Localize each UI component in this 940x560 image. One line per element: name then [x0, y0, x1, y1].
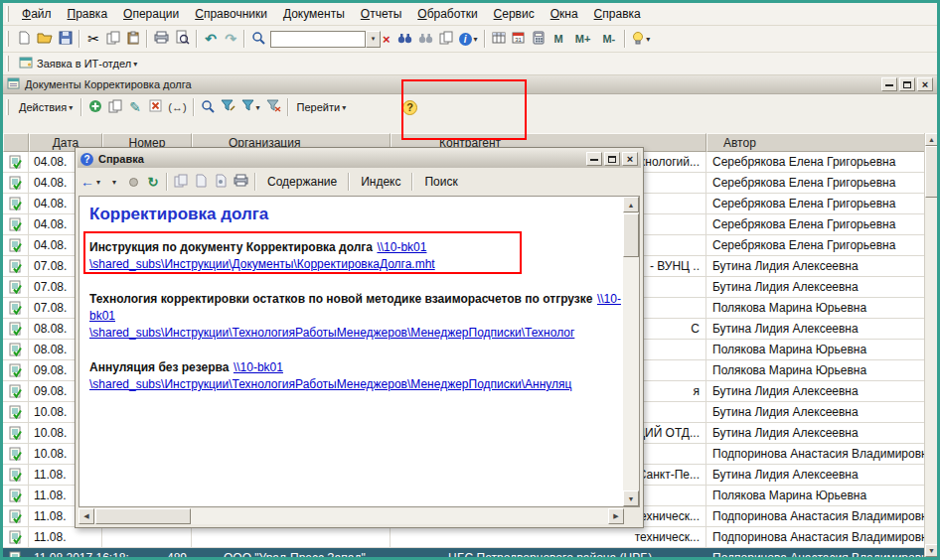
close-button[interactable]: × — [622, 152, 638, 166]
scroll-left-icon[interactable]: ◀ — [78, 508, 94, 524]
filter-by-value-button[interactable]: ▾ — [238, 97, 263, 118]
open-button[interactable] — [34, 29, 56, 50]
scroll-thumb[interactable] — [95, 508, 191, 524]
contents-button[interactable]: Содержание — [259, 173, 345, 191]
help-entry-path-link[interactable]: \shared_subs\Инструкции\Документы\Коррек… — [89, 257, 435, 272]
filter-settings-button[interactable] — [218, 97, 238, 118]
options-button[interactable] — [211, 172, 231, 193]
stop-button[interactable] — [123, 172, 143, 193]
help-entry-path-link[interactable]: \shared_subs\Инструкции\ТехнологияРаботы… — [89, 377, 571, 392]
help-horizontal-scrollbar[interactable]: ◀ ▶ — [78, 508, 624, 524]
minimize-button[interactable] — [586, 152, 602, 166]
clear-search-button[interactable]: × — [383, 32, 391, 47]
copy-page-button[interactable] — [171, 172, 191, 193]
paste-button[interactable] — [123, 29, 143, 50]
save-page-button[interactable] — [191, 172, 211, 193]
print-page-button[interactable] — [231, 172, 251, 193]
clear-filter-button[interactable] — [263, 97, 284, 118]
table-row[interactable]: 11.08.2017 16:18: 489 ООО "Урал-Пресс За… — [3, 548, 937, 557]
find-next-button[interactable] — [415, 29, 436, 50]
print-preview-button[interactable] — [172, 29, 193, 50]
menu-item[interactable]: Справочники — [187, 4, 275, 24]
toolbar-grip[interactable] — [6, 6, 9, 22]
add-button[interactable] — [85, 97, 105, 118]
undo-button[interactable]: ↶ — [201, 29, 221, 50]
paste-icon — [126, 31, 140, 48]
header-status[interactable] — [3, 133, 29, 152]
table-row[interactable]: 11.08. техническ... Подпоринова Анастаси… — [3, 527, 937, 548]
memory-recall-button[interactable]: М — [548, 29, 569, 50]
memory-plus-button[interactable]: М+ — [569, 29, 597, 50]
scroll-thumb[interactable] — [925, 146, 937, 198]
back-button[interactable]: ←▾ — [78, 172, 103, 193]
chevron-down-icon: ▾ — [342, 103, 346, 112]
calendar-button[interactable]: 31 — [509, 29, 529, 50]
search-in-list-button[interactable] — [198, 97, 218, 118]
table-tool-button[interactable] — [489, 29, 509, 50]
menu-item[interactable]: Обработки — [409, 4, 485, 24]
menu-item[interactable]: Правка — [60, 4, 116, 24]
new-button[interactable] — [14, 29, 34, 50]
find-button[interactable] — [248, 29, 268, 50]
scroll-thumb[interactable] — [623, 213, 639, 257]
table-scrollbar[interactable]: ▲ ▼ — [924, 133, 937, 557]
doc-window-titlebar[interactable]: Документы Корректировка долга × — [3, 75, 937, 94]
search-dropdown-button[interactable]: ▾ — [366, 31, 381, 48]
help-entry-server-link[interactable]: \\10-bk01 — [234, 360, 283, 374]
search-input[interactable] — [270, 31, 366, 48]
menu-item[interactable]: Сервис — [486, 4, 543, 24]
help-entry-path-link[interactable]: \shared_subs\Инструкции\ТехнологияРаботы… — [89, 326, 574, 341]
menu-item[interactable]: Отчеты — [353, 4, 410, 24]
doc-posted-icon — [3, 319, 29, 340]
redo-button[interactable]: ↷ — [221, 29, 240, 50]
help-button[interactable]: ? — [402, 100, 417, 115]
maximize-button[interactable] — [899, 77, 915, 91]
chevron-down-icon: ▾ — [133, 60, 137, 69]
minimize-button[interactable] — [881, 77, 897, 91]
refresh-button[interactable]: ↻ — [143, 172, 163, 193]
edit-button[interactable]: ✎ — [125, 97, 145, 118]
scroll-up-icon[interactable]: ▲ — [925, 133, 937, 146]
cut-button[interactable]: ✂ — [83, 29, 103, 50]
tip-button[interactable]: ▾ — [629, 29, 653, 50]
menu-item[interactable]: Документы — [275, 4, 353, 24]
help-entry-server-link[interactable]: \\10-bk01 — [377, 240, 426, 254]
doc-toolbar: Действия▾ ✎ (↔) ▾ Перейти▾ ? — [3, 94, 937, 120]
main-toolbar: ✂ ↶ ↷ ▾ × i▾ 31 М М+ М- ▾ — [3, 26, 937, 53]
interval-button[interactable]: (↔) — [165, 97, 189, 118]
scroll-down-icon[interactable]: ▼ — [623, 490, 639, 506]
index-button[interactable]: Индекс — [353, 173, 408, 191]
toolbar-grip[interactable] — [6, 31, 9, 47]
menu-item[interactable]: Операции — [115, 4, 187, 24]
find-dialog-button[interactable] — [394, 29, 415, 50]
toolbar-grip[interactable] — [6, 56, 9, 71]
goto-button[interactable]: Перейти▾ — [292, 97, 352, 118]
actions-button[interactable]: Действия▾ — [14, 97, 78, 118]
search-tab-button[interactable]: Поиск — [416, 173, 465, 191]
close-button[interactable]: × — [917, 77, 933, 91]
toolbar-grip[interactable] — [6, 99, 9, 115]
help-vertical-scrollbar[interactable]: ▲ ▼ — [623, 197, 639, 506]
it-request-button[interactable]: Заявка в ИТ-отдел ▾ — [14, 54, 142, 74]
minimize-icon — [590, 158, 598, 161]
scroll-down-icon[interactable]: ▼ — [925, 544, 937, 557]
maximize-button[interactable] — [604, 152, 620, 166]
scroll-up-icon[interactable]: ▲ — [623, 197, 639, 212]
forward-button[interactable]: ▾ — [103, 172, 123, 193]
menu-item[interactable]: Окна — [543, 4, 586, 24]
copy-result-button[interactable] — [436, 29, 456, 50]
menu-item[interactable]: Справка — [586, 4, 649, 24]
scroll-right-icon[interactable]: ▶ — [608, 508, 624, 524]
memory-minus-button[interactable]: М- — [596, 29, 621, 50]
copy-item-button[interactable] — [105, 97, 125, 118]
doc-posted-icon — [3, 173, 29, 194]
delete-button[interactable] — [145, 97, 165, 118]
info-button[interactable]: i▾ — [456, 29, 481, 50]
menu-item[interactable]: Файл — [14, 4, 60, 24]
copy-button[interactable] — [103, 29, 123, 50]
print-button[interactable] — [151, 29, 172, 50]
help-window-titlebar[interactable]: ? Справка × — [78, 150, 641, 168]
calculator-button[interactable] — [529, 29, 548, 50]
header-author[interactable]: Автор — [706, 133, 937, 152]
save-button[interactable] — [56, 29, 76, 50]
